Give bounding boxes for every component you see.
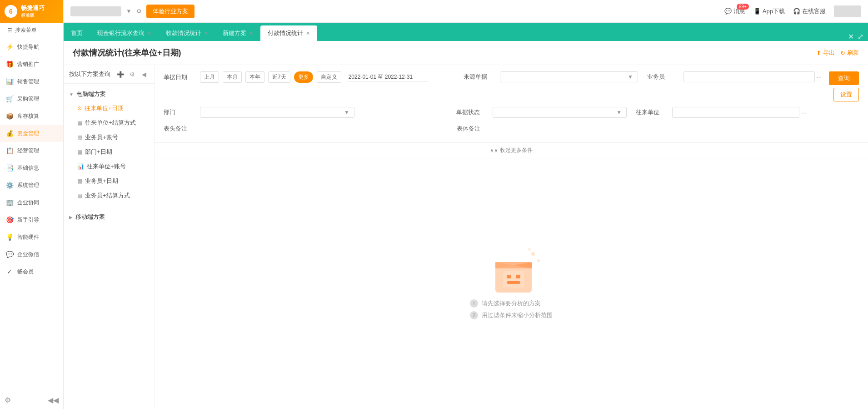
page-wrapper: 付款情况统计(往来单位+日期) ⬆ 导出 ↻ 刷新 按以下方案查询 <box>64 41 868 409</box>
sidebar-item-member[interactable]: ✓ 畅会员 <box>0 263 63 280</box>
tab-home[interactable]: 首页 <box>64 25 90 41</box>
dept-select[interactable]: ▼ <box>200 107 354 118</box>
app-version: 标准版 <box>21 12 45 19</box>
add-scheme-btn[interactable]: ➕ <box>116 70 125 79</box>
tab-new-scheme-label: 新建方案 <box>223 29 246 37</box>
collapse-more-btn[interactable]: ∧∧ 收起更多条件 <box>490 146 533 154</box>
sidebar-item-guide[interactable]: 🎯 新手引导 <box>0 211 63 228</box>
scheme-item-5[interactable]: ▦ 业务员+日期 <box>64 174 154 188</box>
sidebar-item-finance[interactable]: 💰 资金管理 <box>0 125 63 142</box>
tab-receivable-close-icon[interactable]: ✕ <box>204 30 208 36</box>
settings-icon[interactable]: ⚙ <box>5 396 11 404</box>
sidebar-item-quick-nav[interactable]: ⚡ 快捷导航 <box>0 38 63 56</box>
tab-payment-close-icon[interactable]: ✕ <box>306 30 310 36</box>
hint-num-2: 2 <box>470 311 478 319</box>
operation-icon: 📋 <box>5 146 14 155</box>
counterpart-more-icon[interactable]: ··· <box>801 109 806 116</box>
online-service-btn[interactable]: 🎧 在线客服 <box>793 7 826 15</box>
scheme-item-chart-icon: 📊 <box>77 163 84 170</box>
counterpart-input[interactable] <box>672 107 799 118</box>
svg-rect-4 <box>503 271 524 288</box>
sidebar-item-operation[interactable]: 📋 经营管理 <box>0 142 63 159</box>
chevron-up-icon: ∧∧ <box>490 147 498 154</box>
purchase-icon: 🛒 <box>5 95 14 103</box>
sidebar-search[interactable]: ☰ 搜索菜单 <box>0 23 63 38</box>
scheme-item-0[interactable]: ⊙ 往来单位+日期 <box>64 101 154 116</box>
topbar-settings-icon[interactable]: ⚙ <box>136 8 142 15</box>
trial-btn[interactable]: 体验行业方案 <box>146 5 195 18</box>
sidebar-item-label: 资金管理 <box>17 130 39 137</box>
filter-body-remark-label: 表体备注 <box>457 125 493 133</box>
scheme-item-3[interactable]: ▦ 部门+日期 <box>64 145 154 159</box>
tab-receivable[interactable]: 收款情况统计 ✕ <box>159 25 215 41</box>
sidebar-item-enterprise[interactable]: 🏢 企业协同 <box>0 194 63 211</box>
scheme-header-actions: ➕ ⚙ ◀ <box>116 70 149 79</box>
scheme-section-desktop: ▼ 电脑端方案 ⊙ 往来单位+日期 ▦ 往来单位+结算方式 ▦ <box>64 84 154 207</box>
doc-status-select[interactable]: ▼ <box>493 107 627 118</box>
collapse-sidebar-icon[interactable]: ◀◀ <box>48 396 59 404</box>
sidebar-item-wechat[interactable]: 💬 企业微信 <box>0 246 63 263</box>
date-range-input[interactable] <box>347 73 429 81</box>
scheme-item-2[interactable]: ▦ 业务员+账号 <box>64 130 154 145</box>
tab-home-label: 首页 <box>71 29 83 37</box>
date-btn-more[interactable]: 更多 <box>294 71 313 83</box>
user-avatar[interactable] <box>834 5 861 17</box>
guide-icon: 🎯 <box>5 216 14 224</box>
scheme-item-1[interactable]: ▦ 往来单位+结算方式 <box>64 116 154 130</box>
hint-item-2: 2 用过滤条件来缩小分析范围 <box>470 311 553 319</box>
tabs-actions: ✕ ⤢ <box>843 32 868 41</box>
hint-num-1: 1 <box>470 299 478 308</box>
sidebar-item-sales[interactable]: 📊 销售管理 <box>0 73 63 90</box>
date-btn-custom[interactable]: 自定义 <box>317 71 341 83</box>
messages-btn[interactable]: 💬 消息 99+ <box>724 7 745 15</box>
dropdown-arrow-icon[interactable]: ▼ <box>126 8 132 15</box>
source-select[interactable]: ▼ <box>500 71 638 82</box>
scheme-item-4[interactable]: 📊 往来单位+账号 <box>64 159 154 174</box>
content-area: 付款情况统计(往来单位+日期) ⬆ 导出 ↻ 刷新 按以下方案查询 <box>64 41 868 409</box>
sidebar-item-basic[interactable]: 📑 基础信息 <box>0 159 63 177</box>
scheme-item-label: 部门+日期 <box>85 148 112 156</box>
sidebar-item-label: 系统管理 <box>17 182 39 189</box>
sidebar-item-inventory[interactable]: 📦 库存核算 <box>0 107 63 125</box>
sidebar-footer: ⚙ ◀◀ <box>0 391 63 409</box>
app-download-btn[interactable]: 📱 App下载 <box>753 7 785 15</box>
chevron-right-icon: ▶ <box>69 215 73 220</box>
scheme-item-icon: ▦ <box>77 134 82 141</box>
date-btn-last-month[interactable]: 上月 <box>200 71 219 83</box>
tab-expand-btn[interactable]: ⤢ <box>858 32 863 41</box>
scheme-item-icon: ▦ <box>77 178 82 184</box>
tab-payment[interactable]: 付款情况统计 ✕ <box>260 25 317 41</box>
salesman-more-icon[interactable]: ··· <box>817 74 822 81</box>
sidebar-item-system[interactable]: ⚙️ 系统管理 <box>0 177 63 194</box>
page-actions: ⬆ 导出 ↻ 刷新 <box>816 49 859 57</box>
scheme-section-mobile-title[interactable]: ▶ 移动端方案 <box>64 210 154 224</box>
setting-btn[interactable]: 设置 <box>833 88 859 101</box>
sidebar-item-purchase[interactable]: 🛒 采购管理 <box>0 90 63 107</box>
online-service-label: 在线客服 <box>802 7 826 15</box>
settings-scheme-btn[interactable]: ⚙ <box>128 70 137 79</box>
query-btn[interactable]: 查询 <box>829 71 859 85</box>
date-btn-7days[interactable]: 近7天 <box>268 71 290 83</box>
sidebar-item-marketing[interactable]: 🎁 营销推广 <box>0 56 63 73</box>
scheme-item-label: 往来单位+结算方式 <box>85 119 136 127</box>
tab-close-all-btn[interactable]: ✕ <box>848 32 854 41</box>
filter-date-label: 单据日期 <box>164 73 200 81</box>
collapse-scheme-btn[interactable]: ◀ <box>140 70 149 79</box>
scheme-section-desktop-title[interactable]: ▼ 电脑端方案 <box>64 87 154 101</box>
refresh-btn[interactable]: ↻ 刷新 <box>840 49 859 57</box>
tab-bank-close-icon[interactable]: ✕ <box>147 30 151 36</box>
filter-date-options: 上月 本月 本年 近7天 更多 自定义 <box>200 71 454 83</box>
tab-bank[interactable]: 现金银行流水查询 ✕ <box>90 25 159 41</box>
export-btn[interactable]: ⬆ 导出 <box>816 49 835 57</box>
tab-new-scheme-close-icon[interactable]: ✕ <box>249 30 253 36</box>
company-name <box>70 6 121 16</box>
service-icon: 🎧 <box>793 8 800 15</box>
date-btn-this-year[interactable]: 本年 <box>245 71 264 83</box>
tab-receivable-label: 收款情况统计 <box>166 29 201 37</box>
date-btn-this-month[interactable]: 本月 <box>223 71 242 83</box>
scheme-panel: 按以下方案查询 ➕ ⚙ ◀ ▼ 电脑端方案 ⊙ <box>64 65 155 409</box>
scheme-item-6[interactable]: ▦ 业务员+结算方式 <box>64 188 154 203</box>
salesman-input[interactable] <box>683 71 815 82</box>
tab-new-scheme[interactable]: 新建方案 ✕ <box>215 25 260 41</box>
sidebar-item-hardware[interactable]: 💡 智能硬件 <box>0 228 63 246</box>
